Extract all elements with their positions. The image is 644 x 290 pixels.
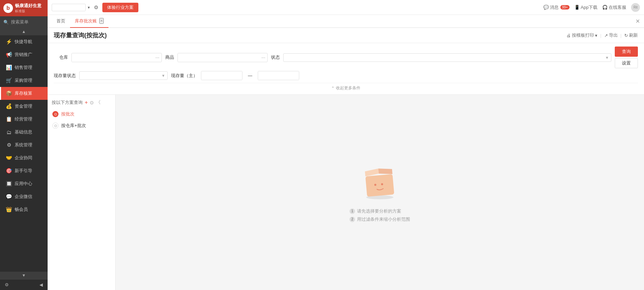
hint-2-num: 2 xyxy=(350,217,355,222)
message-icon: 💬 xyxy=(543,5,549,10)
side-panel-item-by-batch[interactable]: ⊙ 按批次 xyxy=(48,108,115,120)
try-industry-btn[interactable]: 体验行业方案 xyxy=(102,3,138,12)
side-panel-item-by-warehouse-batch[interactable]: ⊙ 按仓库+批次 xyxy=(48,120,115,131)
sidebar-scroll-down[interactable]: ▼ xyxy=(0,272,48,279)
query-btn[interactable]: 查询 xyxy=(615,47,638,57)
refresh-btn[interactable]: ↻ 刷新 xyxy=(624,32,638,38)
status-label: 状态 xyxy=(271,54,280,60)
hint-2-text: 用过滤条件来缩小分析范围 xyxy=(357,216,410,222)
sidebar-item-quick-nav[interactable]: ⚡ 快捷导航 xyxy=(0,35,48,48)
topbar-gear-btn[interactable]: ⚙ xyxy=(92,4,100,11)
sidebar-item-member[interactable]: 👑 畅会员 xyxy=(0,203,48,216)
side-panel-settings-btn[interactable]: ⊙ xyxy=(90,100,94,105)
filter-area: 仓库 ··· 商品 ··· 状态 xyxy=(48,43,644,95)
member-icon: 👑 xyxy=(6,206,12,213)
action-sep2: | xyxy=(621,33,622,38)
warehouse-more-btn[interactable]: ··· xyxy=(153,53,162,61)
sidebar-item-guide[interactable]: 🎯 新手引导 xyxy=(0,164,48,177)
sidebar-item-marketing[interactable]: 📢 营销推广 xyxy=(0,48,48,61)
warehouse-input-wrap: ··· xyxy=(71,53,162,62)
sidebar-search[interactable]: 🔍 搜索菜单 xyxy=(0,16,48,28)
app-version: 标准版 xyxy=(15,9,41,14)
topbar-left: ▾ ⚙ 体验行业方案 xyxy=(52,3,541,12)
sidebar-item-label: 采购管理 xyxy=(15,77,32,84)
status-select[interactable]: ▾ xyxy=(283,53,611,62)
filter-dash: — xyxy=(246,73,254,78)
settings-icon: ⊙ xyxy=(90,100,94,105)
print-dropdown-icon: ▾ xyxy=(595,33,597,38)
topbar-dropdown-btn[interactable]: ▾ xyxy=(88,5,90,10)
refresh-icon: ↻ xyxy=(624,33,628,38)
footer-collapse-icon: ◀ xyxy=(39,282,43,287)
stock-status-select[interactable]: ▾ xyxy=(79,71,168,80)
marketing-icon: 📢 xyxy=(6,52,12,58)
tab-home[interactable]: 首页 xyxy=(52,15,70,28)
sidebar-item-operation[interactable]: 📋 经营管理 xyxy=(0,113,48,126)
empty-hint-1: 1 请先选择要分析的方案 xyxy=(350,208,410,214)
stock-qty-min-input[interactable] xyxy=(201,71,242,80)
msg-btn[interactable]: 💬 消息 99+ xyxy=(543,4,570,11)
sidebar-item-system[interactable]: ⚙ 系统管理 xyxy=(0,139,48,151)
side-panel-add-btn[interactable]: + xyxy=(85,99,88,106)
sidebar-item-collab[interactable]: 🤝 企业协同 xyxy=(0,151,48,164)
product-input-wrap: ··· xyxy=(177,53,268,62)
sidebar-item-inventory[interactable]: 📦 库存核算 xyxy=(0,87,48,100)
by-batch-label: 按批次 xyxy=(61,111,74,117)
chevron-down-icon: ▾ xyxy=(88,5,90,10)
product-more-btn[interactable]: ··· xyxy=(259,53,268,61)
sidebar-item-label: 基础信息 xyxy=(15,129,32,135)
collapse-more-btn[interactable]: ⌃ 收起更多条件 xyxy=(54,83,638,93)
sidebar-item-label: 快捷导航 xyxy=(15,39,32,45)
empty-illustration xyxy=(359,161,400,201)
footer-collapse-btn[interactable]: ◀ xyxy=(39,282,43,287)
sidebar-item-finance[interactable]: 💰 资金管理 xyxy=(0,100,48,113)
phone-icon: 📱 xyxy=(574,5,580,10)
avatar[interactable]: Rit xyxy=(631,3,640,12)
sidebar-item-app-center[interactable]: 🔲 应用中心 xyxy=(0,177,48,190)
chevron-up-icon: ⌃ xyxy=(331,86,335,91)
status-dropdown-icon: ▾ xyxy=(606,55,608,60)
side-panel-collapse-btn[interactable]: 《 xyxy=(96,99,101,106)
sidebar-item-label: 企业协同 xyxy=(15,155,32,161)
breadcrumb-input[interactable] xyxy=(52,4,86,11)
tab-inventory-batch[interactable]: 库存批次账 ✕ xyxy=(70,15,108,28)
sidebar-item-basic-info[interactable]: 🗂 基础信息 xyxy=(0,126,48,139)
search-icon: 🔍 xyxy=(3,20,9,25)
online-service-btn[interactable]: 🎧 在线客服 xyxy=(602,4,626,11)
sidebar-item-sales[interactable]: 📊 销售管理 xyxy=(0,61,48,74)
collapse-label: 收起更多条件 xyxy=(336,85,360,91)
sidebar-item-purchase[interactable]: 🛒 采购管理 xyxy=(0,74,48,87)
stock-status-label: 现存量状态 xyxy=(54,73,76,79)
print-label: 按模板打印 xyxy=(572,32,594,38)
empty-hint-2: 2 用过滤条件来缩小分析范围 xyxy=(350,216,410,222)
print-btn[interactable]: 🖨 按模板打印 ▾ xyxy=(566,32,597,38)
set-btn[interactable]: 设置 xyxy=(615,58,638,68)
msg-label: 消息 xyxy=(550,4,559,11)
export-btn[interactable]: ↗ 导出 xyxy=(604,32,618,38)
product-input[interactable] xyxy=(178,53,259,62)
breadcrumb xyxy=(52,4,86,11)
tabbar-close-btn[interactable]: ✕ xyxy=(635,18,640,24)
warehouse-input[interactable] xyxy=(72,53,153,62)
hint-1-num: 1 xyxy=(350,209,355,214)
app-download-btn[interactable]: 📱 App下载 xyxy=(574,4,597,11)
purchase-icon: 🛒 xyxy=(6,77,12,84)
tab-inventory-batch-close[interactable]: ✕ xyxy=(99,18,104,24)
sidebar: b 畅康通好生意 标准版 🔍 搜索菜单 ▲ ⚡ 快捷导航 📢 营销推广 📊 销售… xyxy=(0,0,48,290)
sidebar-scroll-up[interactable]: ▲ xyxy=(0,28,48,35)
footer-settings-btn[interactable]: ⚙ xyxy=(5,282,9,287)
sidebar-item-wechat[interactable]: 💬 企业微信 xyxy=(0,190,48,203)
side-panel-header: 按以下方案查询 + ⊙ 《 xyxy=(48,98,115,108)
sidebar-item-label: 应用中心 xyxy=(15,181,32,187)
basic-info-icon: 🗂 xyxy=(6,129,12,135)
main-content: 1 请先选择要分析的方案 2 用过滤条件来缩小分析范围 xyxy=(116,95,644,290)
sidebar-item-label: 畅会员 xyxy=(15,206,28,213)
export-icon: ↗ xyxy=(604,33,608,38)
more-icon: ··· xyxy=(261,55,266,60)
tab-inventory-batch-label: 库存批次账 xyxy=(75,18,97,24)
tabbar: 首页 库存批次账 ✕ ✕ xyxy=(48,15,644,28)
sidebar-items: ⚡ 快捷导航 📢 营销推广 📊 销售管理 🛒 采购管理 📦 库存核算 💰 资金管… xyxy=(0,35,48,272)
stock-qty-max-input[interactable] xyxy=(258,71,299,80)
sidebar-item-label: 企业微信 xyxy=(15,194,32,200)
system-icon: ⚙ xyxy=(6,142,12,148)
